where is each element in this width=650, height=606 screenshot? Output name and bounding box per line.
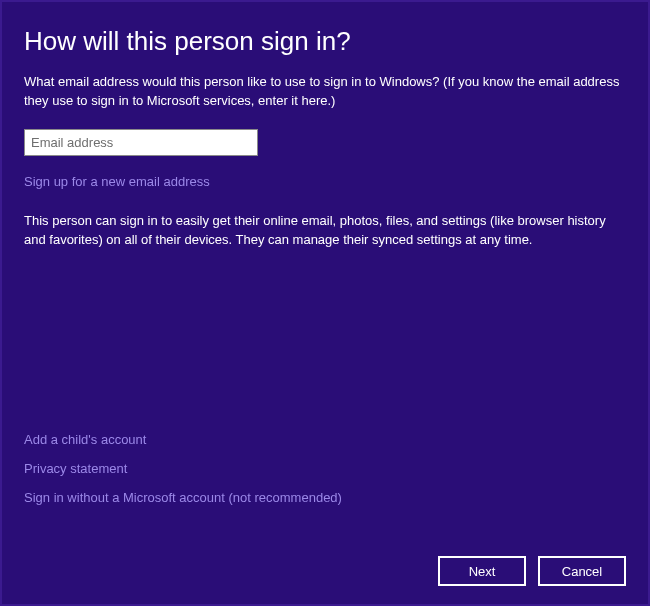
no-microsoft-link[interactable]: Sign in without a Microsoft account (not…	[24, 490, 342, 505]
add-child-link[interactable]: Add a child's account	[24, 432, 342, 447]
button-row: Next Cancel	[438, 556, 626, 586]
bottom-links: Add a child's account Privacy statement …	[24, 432, 342, 519]
page-title: How will this person sign in?	[24, 26, 626, 57]
signup-link[interactable]: Sign up for a new email address	[24, 174, 210, 189]
cancel-button[interactable]: Cancel	[538, 556, 626, 586]
info-text: This person can sign in to easily get th…	[24, 212, 626, 250]
instruction-text: What email address would this person lik…	[24, 73, 626, 111]
email-input[interactable]	[24, 129, 258, 156]
next-button[interactable]: Next	[438, 556, 526, 586]
privacy-link[interactable]: Privacy statement	[24, 461, 342, 476]
